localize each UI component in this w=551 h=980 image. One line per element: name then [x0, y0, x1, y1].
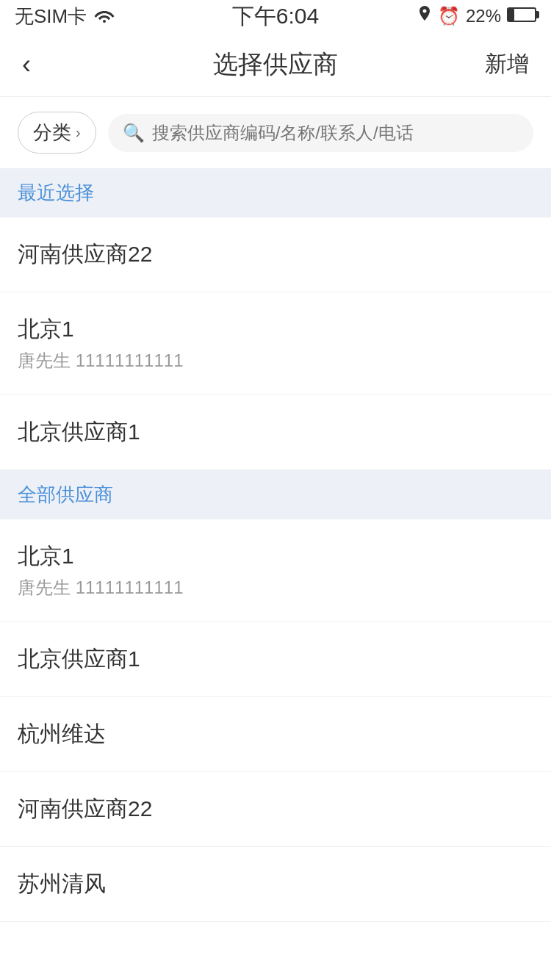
- recent-list: 河南供应商22 北京1 唐先生 11111111111 北京供应商1: [0, 217, 551, 470]
- search-input[interactable]: [152, 123, 519, 143]
- item-name: 苏州清风: [18, 869, 533, 899]
- recent-section-label: 最近选择: [18, 181, 94, 203]
- list-item[interactable]: 河南供应商22: [0, 217, 551, 292]
- status-time: 下午6:04: [232, 1, 319, 32]
- back-button[interactable]: ‹: [22, 49, 66, 80]
- search-box: 🔍: [108, 114, 533, 152]
- item-name: 北京1: [18, 541, 533, 572]
- search-icon: 🔍: [123, 123, 145, 143]
- filter-bar: 分类 › 🔍: [0, 97, 551, 168]
- item-name: 河南供应商22: [18, 239, 533, 270]
- status-bar: 无SIM卡 下午6:04 ⏰ 22%: [0, 0, 551, 32]
- chevron-right-icon: ›: [76, 124, 81, 141]
- all-section-label: 全部供应商: [18, 483, 113, 505]
- category-button[interactable]: 分类 ›: [18, 112, 96, 154]
- status-left: 无SIM卡: [15, 4, 115, 29]
- item-sub: 唐先生 11111111111: [18, 576, 533, 599]
- list-item[interactable]: 北京供应商1: [0, 622, 551, 697]
- item-name: 杭州维达: [18, 719, 533, 749]
- item-name: 北京供应商1: [18, 417, 533, 447]
- sim-status: 无SIM卡: [15, 4, 87, 29]
- location-icon: [417, 6, 432, 26]
- all-section-header: 全部供应商: [0, 470, 551, 519]
- list-item[interactable]: 杭州维达: [0, 697, 551, 772]
- list-item[interactable]: 河南供应商22: [0, 772, 551, 847]
- page-title: 选择供应商: [213, 48, 338, 82]
- category-label: 分类: [33, 120, 71, 145]
- list-item[interactable]: 北京1 唐先生 11111111111: [0, 292, 551, 395]
- list-item[interactable]: 北京供应商1: [0, 395, 551, 470]
- recent-section-header: 最近选择: [0, 168, 551, 217]
- alarm-icon: ⏰: [438, 6, 460, 26]
- list-item[interactable]: 北京1 唐先生 11111111111: [0, 519, 551, 622]
- item-name: 北京1: [18, 314, 533, 345]
- item-name: 北京供应商1: [18, 644, 533, 674]
- battery-percent: 22%: [466, 6, 501, 26]
- item-sub: 唐先生 11111111111: [18, 349, 533, 372]
- item-name: 河南供应商22: [18, 794, 533, 824]
- all-list: 北京1 唐先生 11111111111 北京供应商1 杭州维达 河南供应商22 …: [0, 519, 551, 922]
- add-button[interactable]: 新增: [485, 49, 529, 79]
- battery-icon: [507, 6, 536, 26]
- status-right: ⏰ 22%: [417, 6, 536, 26]
- wifi-icon: [94, 5, 115, 28]
- nav-bar: ‹ 选择供应商 新增: [0, 32, 551, 97]
- list-item[interactable]: 苏州清风: [0, 847, 551, 922]
